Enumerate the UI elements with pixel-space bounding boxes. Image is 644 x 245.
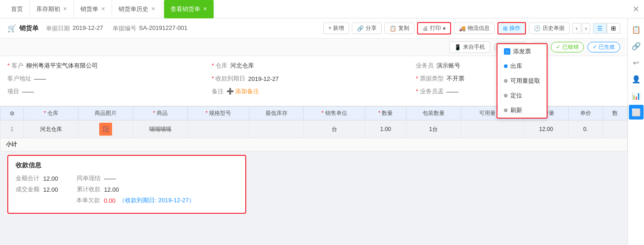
tab-inventory-label: 库存期初: [36, 5, 60, 13]
available-label: 可用量提取: [510, 77, 540, 85]
print-button[interactable]: 🖨 打印 ▾: [417, 22, 451, 34]
payment-info: 收款信息 金额合计 12.00 同单现结 —— 成交金额 12.00 累计收款: [7, 155, 246, 214]
view-toggle: ☰ ⊞: [593, 23, 620, 34]
sidebar-doc-icon[interactable]: 📋: [629, 22, 644, 37]
operate-button[interactable]: ⊞ 操作: [497, 22, 526, 34]
sidebar-link-icon[interactable]: 🔗: [629, 39, 644, 53]
phone-icon: 📱: [454, 44, 461, 51]
next-button[interactable]: ›: [582, 23, 590, 34]
doc-actions: + 新增 🔗 分享 📋 复制 🖨 打印 ▾ 🚚 物流信息: [323, 22, 620, 34]
tab-inventory-close[interactable]: ✕: [63, 6, 67, 12]
list-view-button[interactable]: ☰: [593, 23, 607, 34]
right-sidebar: 📋 🔗 ↩ 👤 📊 ⬜: [627, 18, 644, 245]
sold-badge[interactable]: ✓ 已核销: [551, 42, 583, 52]
locate-icon: [504, 94, 508, 97]
row-extra: [603, 120, 627, 138]
close-window[interactable]: ✕: [633, 4, 639, 14]
tab-sales[interactable]: 销货单 ✕: [74, 0, 112, 18]
tab-sales-close[interactable]: ✕: [101, 6, 105, 12]
add-note-button[interactable]: ➕ 添加备注: [226, 87, 260, 96]
row-product: 嗝嗝嗝嗝: [133, 120, 188, 138]
operate-dropdown: □ 添发票 出库 可用量提取 定位 刷新: [497, 43, 548, 119]
print-dropdown-arrow: ▾: [443, 25, 446, 32]
sidebar-return-icon[interactable]: ↩: [629, 55, 644, 70]
payment-title: 收款信息: [16, 161, 238, 170]
warehouse-field: 仓库 河北仓库: [212, 62, 416, 70]
dropdown-refresh[interactable]: 刷新: [497, 103, 547, 118]
staff-label: 业务员: [416, 62, 434, 70]
row-img: 🧱: [79, 120, 133, 138]
dropdown-available[interactable]: 可用量提取: [497, 74, 547, 88]
payment-row-1: 金额合计 12.00 同单现结 ——: [16, 174, 238, 182]
row-min-stock: [249, 120, 304, 138]
tab-history-close[interactable]: ✕: [151, 6, 155, 12]
row-spec: [187, 120, 249, 138]
same-order-field: 同单现结 ——: [77, 174, 116, 182]
due-date-label: 收款到期日: [212, 74, 246, 83]
tab-view-sales-close[interactable]: ✕: [203, 6, 207, 12]
share-button[interactable]: 🔗 分享: [352, 23, 382, 34]
customer-value: 柳州粤港平安气体有限公司: [26, 62, 98, 70]
payment-row-3: 本单欠款 0.00 （收款到期日: 2019-12-27）: [16, 196, 238, 205]
sidebar-expand-icon[interactable]: ⬜: [629, 105, 644, 120]
outbound-label: 出库: [510, 62, 522, 70]
dropdown-locate[interactable]: 定位: [497, 88, 547, 103]
amount-value: 12.00: [43, 175, 58, 182]
col-img: 商品图片: [79, 107, 133, 120]
sidebar-user-icon[interactable]: 👤: [629, 72, 644, 86]
col-price: 单价: [568, 107, 603, 120]
sidebar-chart-icon[interactable]: 📊: [629, 88, 644, 103]
row-qty: 1.00: [365, 120, 407, 138]
subtotal-label: 小计: [0, 138, 627, 151]
doc-title: 🛒 销货单: [7, 24, 39, 33]
same-order-label: 同单现结: [77, 174, 101, 182]
col-gear: ⚙: [0, 107, 24, 120]
same-order-value: ——: [104, 175, 116, 182]
deal-field: 成交金额 12.00: [16, 185, 58, 194]
logistics-icon: 🚚: [459, 25, 466, 32]
subtotal-row: 小计: [0, 138, 627, 151]
col-qty: * 数量: [365, 107, 407, 120]
owe-note: （收款到期日: 2019-12-27）: [119, 196, 195, 205]
row-available: [461, 120, 524, 138]
amount-field: 金额合计 12.00: [16, 174, 58, 182]
payment-row-2: 成交金额 12.00 累计收款 12.00: [16, 185, 238, 194]
doc-type-label: 销货单: [19, 24, 39, 33]
tab-history[interactable]: 销货单历史 ✕: [112, 0, 162, 18]
row-price: 0.: [568, 120, 603, 138]
col-min-stock: 最低库存: [249, 107, 304, 120]
doc-date-label: 单据日期: [46, 24, 70, 33]
dropdown-outbound[interactable]: 出库: [497, 59, 547, 74]
due-date-value: 2019-12-27: [248, 75, 279, 82]
from-phone-button[interactable]: 📱 来自手机: [449, 41, 490, 53]
cumulative-label: 累计收款: [77, 185, 101, 194]
doc-no-value: SA-20191227-001: [139, 24, 188, 33]
logistics-button[interactable]: 🚚 物流信息: [454, 23, 495, 34]
owe-value: 0.00: [104, 197, 115, 204]
share-icon: 🔗: [357, 25, 364, 32]
available-icon: [504, 79, 508, 83]
effective-badge[interactable]: ✓ 已生效: [588, 42, 620, 52]
nav-arrows: ‹ ›: [572, 23, 590, 34]
grid-view-button[interactable]: ⊞: [607, 23, 620, 34]
row-no: 1: [0, 120, 24, 138]
dropdown-add-invoice[interactable]: □ 添发票: [497, 44, 547, 59]
address-field: 客户地址 ——: [7, 74, 212, 83]
new-button[interactable]: + 新增: [323, 23, 349, 34]
tab-home-label: 首页: [11, 5, 23, 13]
copy-icon: 📋: [390, 25, 396, 32]
tab-inventory[interactable]: 库存期初 ✕: [30, 0, 74, 18]
history-button[interactable]: 🕐 历史单据: [529, 23, 570, 34]
doc-no-field: 单据编号 SA-20191227-001: [113, 24, 188, 33]
tab-home[interactable]: 首页: [5, 0, 30, 18]
prev-button[interactable]: ‹: [572, 23, 581, 34]
tab-view-sales[interactable]: 查看销货单 ✕: [164, 0, 214, 18]
copy-button[interactable]: 📋 复制: [384, 23, 414, 34]
history-icon: 🕐: [534, 25, 541, 32]
table-row: 1 河北仓库 🧱 嗝嗝嗝嗝 台 1.00 1台 12.00 0.: [0, 120, 627, 138]
col-unit: * 销售单位: [304, 107, 365, 120]
tab-history-label: 销货单历史: [119, 5, 148, 13]
note-field: 备注 ➕ 添加备注: [212, 87, 416, 96]
staff2-label: 业务员孟: [416, 87, 444, 96]
project-value: ——: [22, 88, 34, 95]
